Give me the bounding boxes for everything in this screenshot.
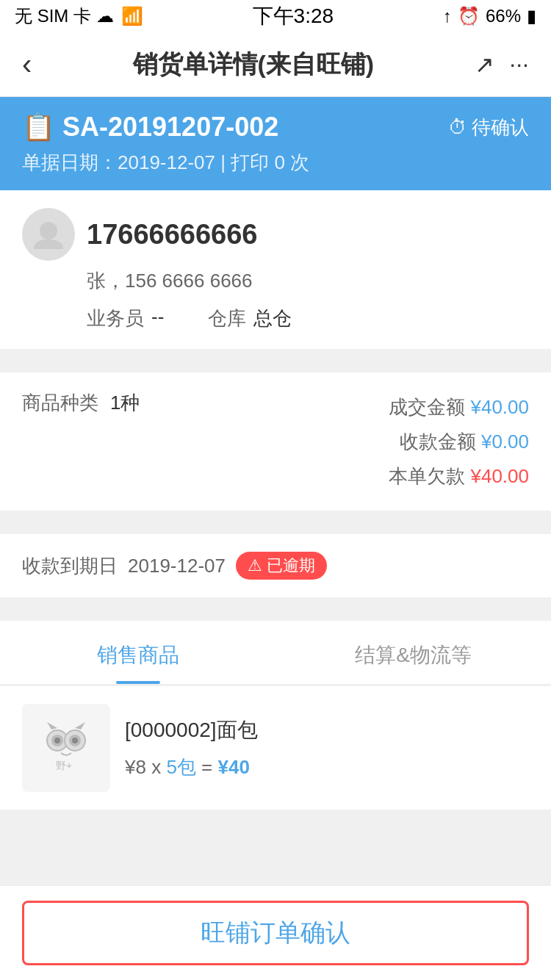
tabs-row: 销售商品 结算&物流等 — [0, 621, 551, 685]
product-types: 商品种类 1种 — [22, 390, 140, 416]
customer-meta: 业务员 -- 仓库 总仓 — [87, 306, 529, 331]
avatar — [22, 208, 75, 261]
invoice-icon: 📋 — [22, 112, 55, 143]
product-types-value: 1种 — [110, 390, 140, 416]
nav-bar: ‹ 销货单详情(来自旺铺) ↗ ··· — [0, 32, 551, 97]
product-details: [0000002]面包 ¥8 x 5包 = ¥40 — [125, 716, 529, 780]
nav-right: ↗ ··· — [475, 51, 529, 79]
more-icon[interactable]: ··· — [509, 51, 529, 78]
page-title: 销货单详情(来自旺铺) — [133, 48, 375, 82]
svg-point-5 — [54, 738, 60, 743]
tabs-section: 销售商品 结算&物流等 — [0, 621, 551, 685]
status-text: 待确认 — [472, 115, 529, 140]
no-sim-label: 无 SIM 卡 ☁ — [15, 4, 114, 28]
status-time: 下午3:28 — [253, 2, 334, 30]
customer-section: 17666666666 张，156 6666 6666 业务员 -- 仓库 总仓 — [0, 190, 551, 349]
divider-2 — [0, 522, 551, 534]
location-icon: ↑ — [443, 6, 452, 26]
product-owl-icon: 野+ — [37, 715, 96, 782]
warehouse-label: 仓库 — [208, 306, 246, 331]
product-list: 野+ [0000002]面包 ¥8 x 5包 = ¥40 — [0, 686, 551, 810]
summary-row: 商品种类 1种 成交金额 ¥40.00 收款金额 ¥0.00 本单欠款 ¥40.… — [22, 390, 529, 493]
product-price-row: ¥8 x 5包 = ¥40 — [125, 754, 529, 780]
product-thumbnail: 野+ — [22, 704, 110, 792]
order-id-text: SA-20191207-002 — [62, 112, 278, 143]
order-date: 单据日期：2019-12-07 | 打印 0 次 — [22, 150, 529, 176]
amounts-block: 成交金额 ¥40.00 收款金额 ¥0.00 本单欠款 ¥40.00 — [389, 390, 529, 493]
due-date-section: 收款到期日 2019-12-07 ⚠ 已逾期 — [0, 534, 551, 597]
due-date-value: 2019-12-07 — [128, 555, 226, 577]
transaction-amount-value: ¥40.00 — [470, 396, 529, 418]
wifi-icon: 📶 — [121, 6, 143, 26]
salesperson-value: -- — [151, 306, 164, 331]
received-amount-row: 收款金额 ¥0.00 — [389, 425, 529, 459]
order-id: 📋 SA-20191207-002 — [22, 112, 278, 143]
transaction-amount-label: 成交金额 — [389, 396, 465, 418]
product-item: 野+ [0000002]面包 ¥8 x 5包 = ¥40 — [0, 686, 551, 810]
status-left: 无 SIM 卡 ☁ 📶 — [15, 4, 143, 28]
share-icon[interactable]: ↗ — [475, 51, 494, 79]
product-price: ¥8 x — [125, 756, 166, 778]
status-bar: 无 SIM 卡 ☁ 📶 下午3:28 ↑ ⏰ 66% ▮ — [0, 0, 551, 32]
order-header: 📋 SA-20191207-002 ⏱ 待确认 单据日期：2019-12-07 … — [0, 97, 551, 190]
outstanding-amount-value: ¥40.00 — [470, 465, 529, 487]
product-types-label: 商品种类 — [22, 390, 98, 416]
salesperson-field: 业务员 -- — [87, 306, 164, 331]
product-total: ¥40 — [218, 756, 250, 778]
warehouse-field: 仓库 总仓 — [208, 306, 292, 331]
customer-phone[interactable]: 17666666666 — [87, 219, 257, 251]
customer-row: 17666666666 — [22, 208, 529, 261]
product-quantity: 5包 — [166, 756, 195, 778]
transaction-amount-row: 成交金额 ¥40.00 — [389, 390, 529, 425]
divider-1 — [0, 361, 551, 372]
nav-left: ‹ — [22, 48, 32, 81]
customer-name: 张，156 6666 6666 — [87, 268, 529, 294]
back-button[interactable]: ‹ — [22, 48, 32, 81]
overdue-badge: ⚠ 已逾期 — [236, 552, 327, 580]
divider-3 — [0, 609, 551, 621]
overdue-icon: ⚠ — [248, 556, 262, 575]
tab-sales-goods[interactable]: 销售商品 — [0, 621, 276, 684]
summary-section: 商品种类 1种 成交金额 ¥40.00 收款金额 ¥0.00 本单欠款 ¥40.… — [0, 372, 551, 511]
overdue-text: 已逾期 — [267, 555, 315, 577]
status-right: ↑ ⏰ 66% ▮ — [443, 6, 536, 26]
order-id-row: 📋 SA-20191207-002 ⏱ 待确认 — [22, 112, 529, 143]
battery-label: 66% — [486, 6, 521, 26]
order-status: ⏱ 待确认 — [448, 115, 529, 140]
battery-icon: ▮ — [527, 6, 536, 26]
bottom-bar: 旺铺订单确认 — [0, 885, 551, 980]
confirm-order-button[interactable]: 旺铺订单确认 — [22, 901, 529, 965]
tab-settlement[interactable]: 结算&物流等 — [276, 621, 551, 684]
svg-text:野+: 野+ — [56, 760, 72, 771]
product-equals: = — [201, 756, 217, 778]
received-amount-label: 收款金额 — [400, 430, 476, 453]
due-date-label: 收款到期日 — [22, 553, 118, 579]
tab-sales-goods-label: 销售商品 — [97, 644, 179, 666]
warehouse-value: 总仓 — [253, 306, 292, 331]
outstanding-amount-label: 本单欠款 — [389, 465, 465, 487]
product-name: [0000002]面包 — [125, 716, 529, 744]
outstanding-amount-row: 本单欠款 ¥40.00 — [389, 459, 529, 494]
svg-point-0 — [40, 222, 57, 239]
salesperson-label: 业务员 — [87, 306, 144, 331]
received-amount-value: ¥0.00 — [481, 430, 529, 453]
alarm-icon: ⏰ — [458, 6, 480, 26]
clock-icon: ⏱ — [448, 116, 467, 139]
svg-point-6 — [72, 738, 78, 743]
tab-settlement-label: 结算&物流等 — [355, 644, 472, 666]
